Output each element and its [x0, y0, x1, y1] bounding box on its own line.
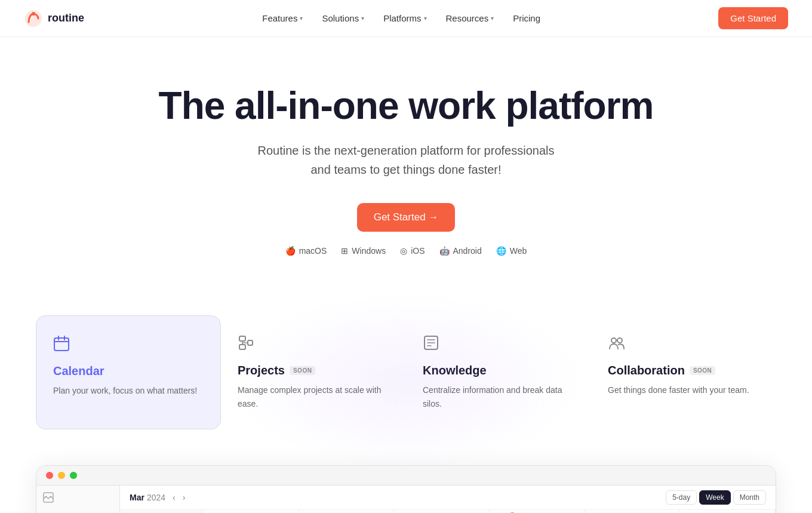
hero-cta-button[interactable]: Get Started → — [357, 203, 456, 232]
features-section: Calendar Plan your work, focus on what m… — [0, 291, 812, 453]
collaboration-icon — [608, 334, 759, 355]
chevron-down-icon: ▾ — [300, 15, 303, 21]
feature-cards: Calendar Plan your work, focus on what m… — [0, 291, 812, 453]
prev-button[interactable]: ‹ — [170, 492, 178, 503]
calendar-body: ≡TASKS 📞 Call Nicolas Come back to desig… — [120, 510, 776, 513]
maximize-dot — [70, 472, 77, 479]
month-view-button[interactable]: Month — [733, 490, 766, 505]
day-tue: Tue 17 9AM Prepare Lunch 9AM — 10:45AM — [299, 510, 395, 513]
app-main-content: Mar 2024 ‹ › 5-day Week Month — [120, 486, 776, 513]
titlebar — [36, 466, 776, 486]
platform-web: 🌐 Web — [496, 246, 527, 256]
feature-knowledge[interactable]: Knowledge Centralize information and bre… — [406, 315, 591, 429]
feature-projects-title: Projects SOON — [238, 364, 389, 377]
chevron-down-icon: ▾ — [424, 15, 427, 21]
app-toolbar: Mar 2024 ‹ › 5-day Week Month — [120, 486, 776, 510]
knowledge-icon — [423, 334, 574, 355]
nav-platforms[interactable]: Platforms ▾ — [375, 10, 435, 27]
hero-title: The all-in-one work platform — [12, 85, 800, 127]
app-body: 20 Mar 2024 ‹ › 5-day Week — [36, 486, 776, 513]
svg-rect-7 — [239, 345, 245, 349]
app-sidebar: 20 — [36, 486, 120, 513]
close-dot — [46, 472, 53, 479]
feature-collaboration-title: Collaboration SOON — [608, 364, 759, 377]
date-nav: ‹ › — [170, 492, 187, 503]
platform-windows: ⊞ Windows — [341, 246, 386, 256]
platform-macos: 🍎 macOS — [285, 246, 327, 256]
current-date: Mar 2024 — [130, 493, 165, 502]
svg-rect-8 — [248, 340, 253, 345]
day-wed-header: Wed 18 — [394, 510, 489, 513]
5day-view-button[interactable]: 5-day — [666, 490, 697, 505]
nav-resources[interactable]: Resources ▾ — [438, 10, 503, 27]
apple-icon: 🍎 — [285, 246, 296, 256]
feature-calendar-title: Calendar — [53, 364, 204, 378]
feature-collaboration[interactable]: Collaboration SOON Get things done faste… — [591, 315, 776, 429]
chevron-down-icon: ▾ — [361, 15, 364, 21]
day-wed: Wed 18 — [394, 510, 490, 513]
week-view-button[interactable]: Week — [699, 490, 730, 505]
projects-icon — [238, 334, 389, 355]
svg-point-16 — [617, 338, 622, 343]
nav-solutions[interactable]: Solutions ▾ — [313, 10, 373, 27]
svg-point-1 — [32, 12, 35, 16]
nav-pricing[interactable]: Pricing — [505, 10, 549, 27]
day-sat-header: Sat 21 — [680, 510, 775, 513]
sidebar-inbox-icon[interactable] — [42, 492, 113, 506]
next-button[interactable]: › — [180, 492, 188, 503]
minimize-dot — [58, 472, 65, 479]
feature-calendar[interactable]: Calendar Plan your work, focus on what m… — [36, 315, 221, 429]
day-mon: Mon 16 9AM — [204, 510, 299, 513]
view-selector: 5-day Week Month — [666, 490, 766, 505]
day-thu: Thu 19 Prepare presenta... — [490, 510, 585, 513]
day-tue-header: Tue 17 — [299, 510, 394, 513]
feature-projects[interactable]: Projects SOON Manage complex projects at… — [221, 315, 406, 429]
day-fri: Fri 20 10:25 📶 📡 🔋 — [585, 510, 681, 513]
feature-knowledge-title: Knowledge — [423, 364, 574, 377]
feature-projects-desc: Manage complex projects at scale with ea… — [238, 383, 389, 410]
calendar-icon — [53, 335, 204, 356]
logo[interactable]: routine — [24, 9, 84, 28]
hero-subtitle: Routine is the next-generation platform … — [12, 141, 800, 179]
feature-collaboration-desc: Get things done faster with your team. — [608, 383, 759, 397]
tasks-panel: ≡TASKS 📞 Call Nicolas Come back to desig… — [120, 510, 204, 513]
svg-rect-2 — [54, 338, 69, 351]
windows-icon: ⊞ — [341, 246, 348, 256]
hero-section: The all-in-one work platform Routine is … — [0, 37, 812, 279]
day-fri-header: Fri 20 — [585, 510, 680, 513]
navbar: routine Features ▾ Solutions ▾ Platforms… — [0, 0, 812, 37]
svg-rect-6 — [239, 336, 245, 341]
feature-calendar-desc: Plan your work, focus on what matters! — [53, 384, 204, 397]
feature-knowledge-desc: Centralize information and break data si… — [423, 383, 574, 410]
day-thu-header: Thu 19 — [490, 510, 585, 513]
week-grid: Mon 16 9AM Tue 17 9 — [204, 510, 776, 513]
svg-point-15 — [611, 338, 616, 343]
android-icon: 🤖 — [439, 246, 450, 256]
ios-icon: ◎ — [400, 246, 407, 256]
nav-get-started-button[interactable]: Get Started — [718, 7, 788, 29]
platform-ios: ◎ iOS — [400, 246, 425, 256]
platform-list: 🍎 macOS ⊞ Windows ◎ iOS 🤖 Android 🌐 Web — [12, 246, 800, 256]
app-preview: 20 Mar 2024 ‹ › 5-day Week — [36, 465, 776, 513]
logo-text: routine — [48, 12, 84, 24]
soon-badge: SOON — [290, 366, 315, 375]
nav-features[interactable]: Features ▾ — [254, 10, 311, 27]
day-mon-header: Mon 16 — [204, 510, 299, 513]
nav-links: Features ▾ Solutions ▾ Platforms ▾ Resou… — [254, 10, 549, 27]
chevron-down-icon: ▾ — [491, 15, 494, 21]
platform-android: 🤖 Android — [439, 246, 482, 256]
soon-badge: SOON — [690, 366, 715, 375]
day-sat: Sat 21 — [680, 510, 776, 513]
web-icon: 🌐 — [496, 246, 506, 256]
